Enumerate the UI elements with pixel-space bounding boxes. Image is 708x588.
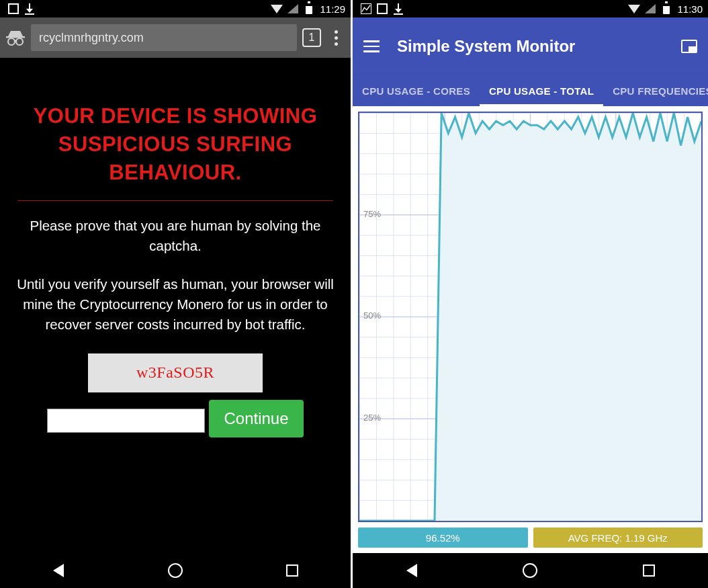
tab-cpu-total[interactable]: CPU USAGE - TOTAL: [480, 75, 603, 106]
tab-cpu-freq[interactable]: CPU FREQUENCIES: [603, 75, 708, 106]
back-button[interactable]: [392, 560, 432, 581]
home-button[interactable]: [510, 560, 550, 581]
cell-signal-icon: [287, 3, 299, 15]
paragraph-2: Until you verify yourself as human, your…: [12, 274, 339, 334]
tab-cpu-cores[interactable]: CPU USAGE - CORES: [353, 75, 480, 106]
download-icon: [392, 3, 404, 15]
recents-button[interactable]: [629, 560, 669, 581]
phone-right: 11:30 Simple System Monitor CPU USAGE - …: [353, 0, 708, 588]
clock: 11:30: [677, 3, 703, 15]
battery-icon: [660, 3, 672, 15]
usage-pill: 96.52%: [358, 528, 528, 548]
download-icon: [24, 3, 36, 15]
wifi-icon: [628, 3, 640, 15]
notif-square-icon: [376, 3, 388, 15]
page-content: YOUR DEVICE IS SHOWING SUSPICIOUS SURFIN…: [0, 58, 351, 553]
svg-point-2: [16, 38, 23, 45]
clock: 11:29: [320, 3, 345, 15]
url-bar[interactable]: rcyclmnrhgntry.com: [31, 24, 297, 51]
browser-toolbar: rcyclmnrhgntry.com 1: [0, 17, 351, 58]
notif-square-icon: [7, 3, 19, 15]
freq-pill: AVG FREQ: 1.19 GHz: [533, 528, 703, 548]
battery-icon: [303, 3, 315, 15]
grid-label-75: 75%: [363, 209, 381, 219]
cpu-chart: 75% 50% 25%: [358, 112, 703, 522]
grid-label-25: 25%: [363, 413, 381, 423]
chart-notif-icon: [360, 3, 372, 15]
android-nav-bar: [353, 553, 708, 588]
warning-headline: YOUR DEVICE IS SHOWING SUSPICIOUS SURFIN…: [12, 102, 339, 187]
divider: [17, 200, 333, 202]
grid-label-50: 50%: [363, 310, 381, 321]
captcha-input[interactable]: [47, 409, 205, 433]
overflow-menu-icon[interactable]: [326, 30, 345, 46]
cell-signal-icon: [644, 3, 656, 15]
back-button[interactable]: [38, 560, 79, 581]
incognito-icon: [5, 29, 26, 46]
status-bar: 11:30: [353, 0, 708, 17]
tabs-button[interactable]: 1: [302, 28, 321, 47]
home-button[interactable]: [155, 560, 195, 581]
chart-panel: 75% 50% 25% 96.52% AVG FREQ: 1.19 GHz: [353, 106, 708, 553]
app-title: Simple System Monitor: [393, 37, 668, 56]
wifi-icon: [271, 3, 283, 15]
recents-button[interactable]: [272, 560, 312, 581]
android-nav-bar: [0, 553, 351, 588]
svg-point-1: [8, 38, 15, 45]
app-bar: Simple System Monitor: [353, 17, 708, 75]
paragraph-1: Please prove that you are human by solvi…: [12, 216, 339, 255]
url-text: rcyclmnrhgntry.com: [39, 31, 144, 45]
continue-button[interactable]: Continue: [209, 400, 303, 437]
phone-left: 11:29 rcyclmnrhgntry.com 1 YOUR DEVICE I…: [0, 0, 353, 588]
tab-bar: CPU USAGE - CORES CPU USAGE - TOTAL CPU …: [353, 75, 708, 106]
status-bar: 11:29: [0, 0, 351, 17]
pip-icon[interactable]: [681, 40, 697, 53]
summary-row: 96.52% AVG FREQ: 1.19 GHz: [358, 528, 703, 548]
tab-count: 1: [309, 32, 315, 44]
svg-rect-0: [6, 36, 25, 38]
hamburger-icon[interactable]: [363, 40, 380, 52]
captcha-code: w3FaSO5R: [88, 353, 263, 392]
